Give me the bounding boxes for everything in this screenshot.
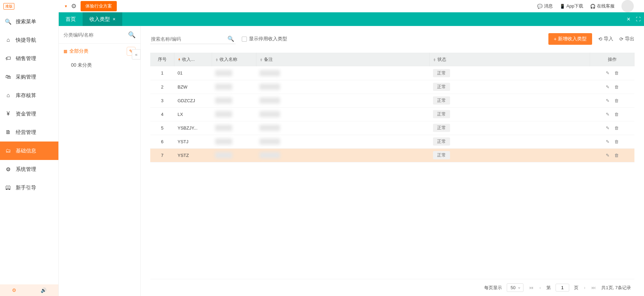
app-label: App下载 — [566, 3, 583, 9]
table-row[interactable]: 6YSTJ— —— —正常✎🗑 — [150, 135, 634, 148]
book-icon: 🕮 — [5, 185, 12, 191]
sidebar-label: 系统管理 — [16, 166, 36, 173]
table-row[interactable]: 5YSBZJY...— —— —正常✎🗑 — [150, 121, 634, 135]
cell-seq: 1 — [150, 66, 174, 80]
table-row[interactable]: 2BZW— —— —正常✎🗑 — [150, 80, 634, 94]
table-header-row: 序号 收入... 收入名称 备注 状态 操作 — [150, 53, 634, 66]
show-disabled-checkbox[interactable]: 显示停用收入类型 — [242, 36, 287, 42]
edit-row-button[interactable]: ✎ — [606, 112, 610, 117]
fullscreen-icon[interactable]: ⛶ — [636, 16, 641, 22]
experience-button[interactable]: 体验行业方案 — [81, 1, 117, 11]
first-page-button[interactable]: ⏮ — [528, 285, 534, 290]
sidebar-label: 经营管理 — [16, 129, 36, 136]
new-income-type-button[interactable]: +新增收入类型 — [548, 33, 592, 45]
th-status[interactable]: 状态 — [430, 53, 590, 66]
search-input[interactable] — [150, 34, 236, 44]
table-row[interactable]: 101— —— —正常✎🗑 — [150, 66, 634, 80]
sidebar-item-inventory[interactable]: ⌂库存核算 — [0, 86, 58, 105]
checkbox-icon[interactable] — [242, 37, 247, 42]
sidebar-item-business[interactable]: 🗎经营管理 — [0, 123, 58, 142]
search-icon[interactable]: 🔍 — [227, 36, 234, 42]
cell-ops: ✎🗑 — [590, 107, 634, 121]
sidebar-item-shortcut[interactable]: ⌂快捷导航 — [0, 31, 58, 49]
sidebar-item-purchase[interactable]: 🛍采购管理 — [0, 68, 58, 86]
cell-code: BZW — [174, 80, 212, 94]
export-button[interactable]: ⟳导出 — [619, 36, 634, 42]
cell-seq: 4 — [150, 107, 174, 121]
edit-row-button[interactable]: ✎ — [606, 153, 610, 158]
edit-row-button[interactable]: ✎ — [606, 70, 610, 76]
cell-code: LX — [174, 107, 212, 121]
settings-icon[interactable]: ⚙ — [12, 287, 16, 293]
th-name[interactable]: 收入名称 — [212, 53, 256, 66]
sort-icon[interactable] — [215, 58, 219, 62]
sidebar-item-search[interactable]: 🔍搜索菜单 — [0, 12, 58, 31]
table-row[interactable]: 7YSTZ— —— —正常✎🗑 — [150, 148, 634, 162]
category-item[interactable]: 00 未分类 — [59, 59, 140, 72]
sound-icon[interactable]: 🔊 — [41, 287, 46, 293]
cell-code: GDZCZJ — [174, 94, 212, 107]
main-content: 🔍 显示停用收入类型 +新增收入类型 ⟲导入 ⟳导出 序号 收入... 收入名称… — [141, 26, 644, 296]
sidebar-item-basic[interactable]: 🗂基础信息 — [0, 142, 58, 160]
box-icon: ⌂ — [5, 92, 12, 98]
delete-row-button[interactable]: 🗑 — [614, 125, 619, 131]
app-download-link[interactable]: 📱App下载 — [560, 3, 583, 9]
customer-service-link[interactable]: 🎧在线客服 — [590, 3, 615, 9]
sidebar-label: 快捷导航 — [16, 37, 36, 43]
table-row[interactable]: 4LX— —— —正常✎🗑 — [150, 107, 634, 121]
next-page-button[interactable]: › — [583, 285, 586, 290]
sort-icon[interactable] — [433, 58, 436, 62]
edit-row-button[interactable]: ✎ — [606, 84, 610, 90]
page-input[interactable] — [556, 284, 569, 292]
sort-icon[interactable] — [260, 58, 263, 62]
tab-income-type[interactable]: 收入类型× — [83, 12, 122, 26]
prev-page-button[interactable]: ‹ — [539, 285, 542, 290]
category-panel: 🔍 ▦ 全部分类 ✎ 00 未分类 « — [59, 26, 141, 296]
search-icon[interactable]: 🔍 — [128, 31, 136, 39]
sidebar-item-funds[interactable]: ¥资金管理 — [0, 105, 58, 123]
delete-row-button[interactable]: 🗑 — [614, 98, 619, 103]
th-remark[interactable]: 备注 — [256, 53, 430, 66]
import-button[interactable]: ⟲导入 — [598, 36, 613, 42]
cell-ops: ✎🗑 — [590, 94, 634, 107]
collapse-button[interactable]: « — [132, 49, 141, 59]
status-badge: 正常 — [433, 110, 450, 118]
gear-icon[interactable]: ⚙ — [71, 2, 76, 10]
logo-area: 准版 — [0, 3, 14, 10]
tab-home[interactable]: 首页 — [59, 12, 83, 26]
header-mid: ▾ ⚙ 体验行业方案 — [62, 1, 117, 11]
edit-row-button[interactable]: ✎ — [606, 125, 610, 131]
avatar[interactable] — [621, 0, 634, 12]
category-search: 🔍 — [59, 26, 140, 44]
cell-code: 01 — [174, 66, 212, 80]
cell-status: 正常 — [430, 107, 590, 121]
delete-row-button[interactable]: 🗑 — [614, 70, 619, 76]
delete-row-button[interactable]: 🗑 — [614, 139, 619, 144]
sidebar-footer: ⚙ 🔊 — [0, 284, 58, 296]
chevron-down-icon[interactable]: ▾ — [65, 4, 67, 9]
category-all[interactable]: ▦ 全部分类 ✎ — [59, 44, 140, 59]
panel-close-icon[interactable]: × — [627, 16, 630, 23]
table-row[interactable]: 3GDZCZJ— —— —正常✎🗑 — [150, 94, 634, 107]
last-page-button[interactable]: ⏭ — [591, 285, 597, 290]
delete-row-button[interactable]: 🗑 — [614, 112, 619, 117]
sidebar-item-system[interactable]: ⚙系统管理 — [0, 160, 58, 178]
per-page-select[interactable]: 50 — [507, 283, 523, 292]
delete-row-button[interactable]: 🗑 — [614, 84, 619, 90]
delete-row-button[interactable]: 🗑 — [614, 153, 619, 158]
edit-row-button[interactable]: ✎ — [606, 98, 610, 103]
import-label: 导入 — [604, 36, 613, 42]
sort-icon[interactable] — [178, 58, 181, 62]
sidebar-item-sales[interactable]: 🏷销售管理 — [0, 49, 58, 68]
th-code[interactable]: 收入... — [174, 53, 212, 66]
edit-row-button[interactable]: ✎ — [606, 139, 610, 144]
messages-link[interactable]: 💬消息 — [537, 3, 553, 9]
cell-name: — — — [212, 94, 256, 107]
category-search-input[interactable] — [64, 32, 128, 38]
sidebar-item-guide[interactable]: 🕮新手引导 — [0, 178, 58, 197]
cell-name: — — — [212, 121, 256, 135]
close-icon[interactable]: × — [113, 16, 115, 22]
cell-seq: 2 — [150, 80, 174, 94]
cell-status: 正常 — [430, 135, 590, 148]
th-seq[interactable]: 序号 — [150, 53, 174, 66]
